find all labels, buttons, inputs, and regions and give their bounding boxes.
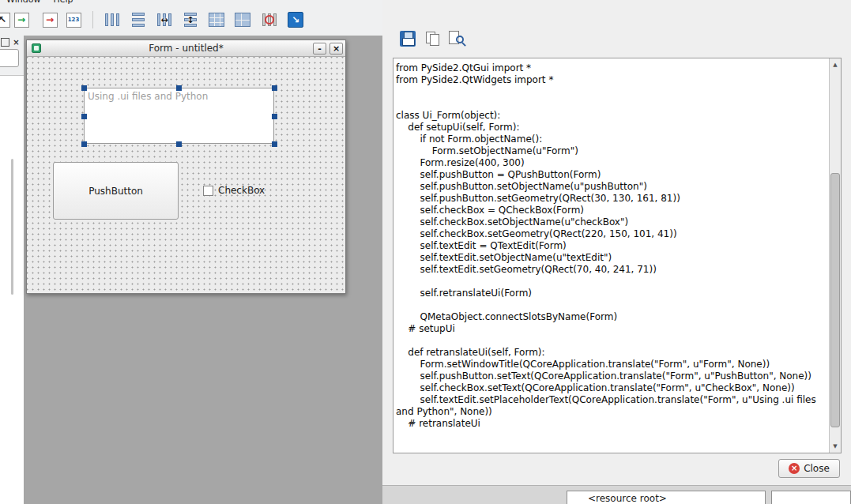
splitter-vertical-icon: ↕ — [184, 13, 197, 27]
selection-handle[interactable] — [272, 85, 277, 91]
code-line: Form.resize(400, 300) — [396, 157, 829, 169]
code-line: self.checkBox.setText(QCoreApplication.t… — [396, 382, 829, 394]
layout-grid-button[interactable] — [206, 9, 227, 30]
splitter-horizontal-button[interactable]: ↔ — [154, 9, 175, 30]
layout-vertical-button[interactable] — [128, 9, 149, 30]
code-line: from PySide2.QtWidgets import * — [396, 74, 829, 86]
menu-window[interactable]: Window — [6, 0, 40, 5]
dock-float-icon[interactable] — [1, 38, 9, 47]
form-minimize-button[interactable]: - — [313, 43, 326, 55]
form-canvas[interactable]: Using .ui files and Python PushButton Ch… — [27, 57, 345, 293]
edit-tab-order-icon: 123 — [66, 13, 81, 28]
form-window-buttons: - × — [313, 43, 343, 55]
dock-close-icon[interactable]: × — [12, 38, 21, 47]
form-close-button[interactable]: × — [329, 43, 343, 55]
code-line: def setupUi(self, Form): — [396, 122, 829, 134]
code-line — [396, 276, 829, 288]
selection-handle[interactable] — [81, 85, 87, 91]
code-line — [396, 86, 829, 98]
code-line — [396, 98, 829, 110]
code-line: self.checkBox = QCheckBox(Form) — [396, 205, 829, 216]
code-line: and Python", None)) — [396, 406, 829, 418]
layout-form-icon — [235, 13, 250, 27]
close-icon: × — [789, 463, 800, 474]
menu-items: Window Help — [6, 0, 73, 5]
code-line: self.pushButton.setObjectName(u"pushButt… — [396, 181, 829, 193]
scroll-down-icon[interactable]: ▼ — [830, 441, 841, 452]
edit-tab-order-button[interactable]: 123 — [63, 9, 84, 30]
resource-root-item[interactable]: <resource root> — [588, 493, 667, 504]
save-icon — [400, 31, 416, 47]
widget-box-scrollbar[interactable] — [11, 159, 13, 295]
adjust-size-icon: ↘ — [288, 12, 303, 28]
close-button[interactable]: × Close — [778, 459, 840, 478]
layout-grid-icon — [209, 13, 224, 27]
code-line: class Ui_Form(object): — [396, 110, 829, 122]
form-editor-window: Form - untitled* - × Using .ui files and… — [26, 39, 346, 294]
edit-signals-slots-button[interactable]: → — [11, 9, 32, 30]
layout-horizontal-icon — [105, 13, 119, 26]
menu-bar: Window Help — [0, 0, 382, 6]
break-layout-button[interactable] — [259, 9, 280, 30]
form-window-icon — [32, 43, 41, 53]
resource-tree[interactable]: <resource root> — [567, 491, 766, 504]
textedit-widget[interactable]: Using .ui files and Python — [84, 88, 274, 144]
code-scrollbar[interactable]: ▲ ▼ — [829, 58, 841, 453]
widget-box-dock: × — [0, 36, 24, 504]
selection-handle[interactable] — [176, 141, 182, 147]
scroll-up-icon[interactable]: ▲ — [830, 59, 841, 70]
pushbutton-widget[interactable]: PushButton — [53, 162, 179, 220]
code-line: self.textEdit.setObjectName(u"textEdit") — [396, 252, 829, 264]
code-line: self.textEdit = QTextEdit(Form) — [396, 240, 829, 252]
code-line: Form.setObjectName(u"Form") — [396, 145, 829, 157]
form-window-title: Form - untitled* — [27, 43, 345, 54]
scrollbar-thumb[interactable] — [830, 173, 840, 427]
edit-signals-slots-icon: → — [14, 13, 29, 28]
textedit-placeholder: Using .ui files and Python — [85, 88, 273, 104]
code-view[interactable]: from PySide2.QtGui import *from PySide2.… — [393, 58, 842, 453]
selection-handle[interactable] — [81, 141, 87, 147]
widget-filter-input[interactable] — [0, 49, 19, 67]
code-line: def retranslateUi(self, Form): — [396, 347, 829, 359]
layout-form-button[interactable] — [232, 9, 253, 30]
selection-handle[interactable] — [176, 85, 182, 91]
code-line: # retranslateUi — [396, 418, 829, 430]
code-line: from PySide2.QtGui import * — [396, 62, 829, 74]
main-toolbar: ↖ → → 123 ↔ ↕ — [0, 6, 382, 36]
adjust-size-button[interactable]: ↘ — [285, 9, 306, 30]
bottom-panel: <resource root> — [382, 485, 851, 504]
code-line: # setupUi — [396, 323, 829, 335]
resource-detail-box[interactable] — [771, 491, 851, 504]
checkbox-indicator[interactable] — [203, 186, 213, 196]
selection-handle[interactable] — [272, 114, 277, 119]
find-button[interactable] — [446, 28, 467, 49]
copy-icon — [425, 31, 441, 47]
code-line: self.textEdit.setPlaceholderText(QCoreAp… — [396, 394, 829, 406]
code-line: self.textEdit.setGeometry(QRect(70, 40, … — [396, 264, 829, 276]
checkbox-label: CheckBox — [218, 185, 265, 196]
checkbox-widget[interactable]: CheckBox — [203, 185, 265, 196]
splitter-vertical-button[interactable]: ↕ — [180, 9, 201, 30]
selection-handle[interactable] — [272, 141, 277, 147]
code-line — [396, 299, 829, 311]
code-line: self.pushButton.setText(QCoreApplication… — [396, 370, 829, 382]
copy-button[interactable] — [423, 28, 443, 49]
menu-help[interactable]: Help — [53, 0, 73, 5]
layout-horizontal-button[interactable] — [102, 9, 122, 30]
layout-vertical-icon — [132, 13, 145, 27]
code-line: QMetaObject.connectSlotsByName(Form) — [396, 311, 829, 323]
code-line — [396, 335, 829, 347]
code-line: self.pushButton = QPushButton(Form) — [396, 169, 829, 181]
widget-box-list[interactable] — [0, 75, 24, 504]
edit-buddies-button[interactable]: → — [40, 9, 60, 30]
code-line: self.checkBox.setGeometry(QRect(220, 150… — [396, 228, 829, 240]
code-line: if not Form.objectName(): — [396, 134, 829, 145]
code-line: self.checkBox.setObjectName(u"checkBox") — [396, 216, 829, 228]
edit-buddies-icon: → — [43, 13, 58, 28]
save-button[interactable] — [397, 28, 418, 49]
form-window-titlebar[interactable]: Form - untitled* - × — [27, 40, 345, 57]
selection-handle[interactable] — [81, 114, 87, 119]
code-dialog: from PySide2.QtGui import *from PySide2.… — [382, 0, 851, 485]
close-button-label: Close — [804, 463, 830, 474]
code-content: from PySide2.QtGui import *from PySide2.… — [393, 58, 829, 453]
